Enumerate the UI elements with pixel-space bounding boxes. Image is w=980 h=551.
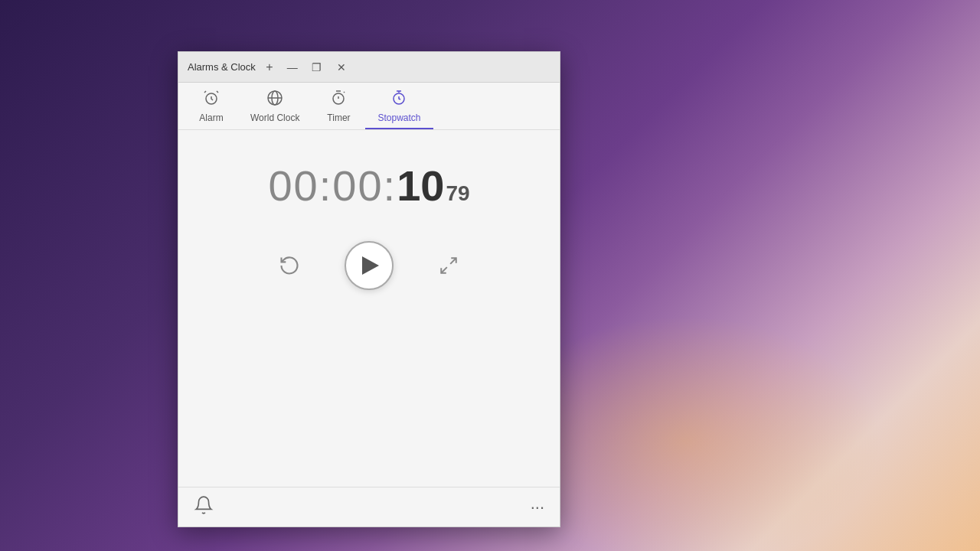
timer-label: Timer — [327, 112, 350, 123]
close-button[interactable]: ✕ — [329, 55, 354, 80]
play-button[interactable] — [345, 241, 394, 290]
app-window: Alarms & Clock + — ❐ ✕ Alarm — [178, 51, 560, 527]
seconds-display: 10 — [397, 161, 444, 210]
milliseconds-display: 79 — [446, 181, 469, 206]
stopwatch-icon — [390, 89, 408, 111]
minimize-button[interactable]: — — [280, 55, 305, 80]
window-title: Alarms & Clock — [185, 61, 256, 73]
expand-button[interactable] — [430, 247, 467, 284]
title-bar-left: Alarms & Clock + — [185, 57, 280, 78]
play-icon — [362, 256, 379, 275]
more-options-button[interactable]: ··· — [531, 497, 544, 517]
minutes-display: 00 — [332, 161, 383, 210]
stopwatch-label: Stopwatch — [377, 112, 420, 123]
add-tab-button[interactable]: + — [259, 57, 280, 78]
footer: ··· — [178, 487, 560, 527]
tab-world-clock[interactable]: World Clock — [238, 83, 312, 129]
tab-timer[interactable]: Timer — [312, 83, 365, 129]
maximize-button[interactable]: ❐ — [305, 55, 329, 80]
tab-alarm[interactable]: Alarm — [185, 83, 238, 129]
stopwatch-display: 00 : 00 : 10 79 — [268, 161, 469, 210]
main-content: 00 : 00 : 10 79 — [178, 130, 560, 487]
separator-2: : — [384, 161, 397, 210]
timer-icon — [329, 89, 348, 111]
svg-line-7 — [441, 267, 447, 273]
svg-line-6 — [450, 258, 456, 264]
notification-button[interactable] — [194, 495, 214, 520]
separator-1: : — [319, 161, 333, 210]
world-clock-icon — [266, 89, 284, 111]
world-clock-label: World Clock — [250, 112, 299, 123]
controls — [271, 241, 467, 290]
alarm-label: Alarm — [199, 112, 223, 123]
hours-display: 00 — [268, 161, 318, 210]
tab-stopwatch[interactable]: Stopwatch — [365, 83, 433, 129]
nav-tabs: Alarm World Clock Timer — [178, 83, 560, 130]
reset-button[interactable] — [271, 247, 308, 284]
title-bar: Alarms & Clock + — ❐ ✕ — [178, 52, 560, 83]
window-controls: — ❐ ✕ — [280, 55, 354, 80]
alarm-icon — [202, 89, 220, 111]
